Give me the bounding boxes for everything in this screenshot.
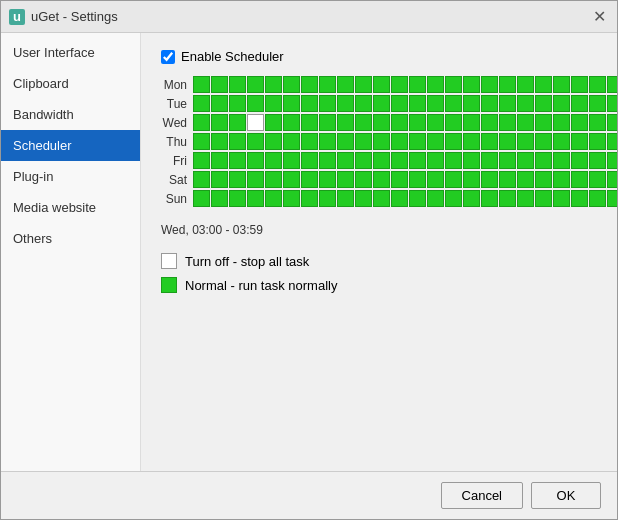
cell[interactable] (463, 133, 480, 150)
ok-button[interactable]: OK (531, 482, 601, 509)
cell[interactable] (229, 95, 246, 112)
cell[interactable] (265, 114, 282, 131)
cell[interactable] (265, 171, 282, 188)
cell[interactable] (337, 114, 354, 131)
cell[interactable] (283, 133, 300, 150)
cell[interactable] (517, 171, 534, 188)
cell[interactable] (499, 152, 516, 169)
cell[interactable] (283, 152, 300, 169)
cell[interactable] (463, 152, 480, 169)
cell[interactable] (265, 133, 282, 150)
cell[interactable] (409, 95, 426, 112)
cell[interactable] (553, 152, 570, 169)
cell[interactable] (445, 152, 462, 169)
sidebar-item-scheduler[interactable]: Scheduler (1, 130, 140, 161)
cell[interactable] (319, 171, 336, 188)
cell[interactable] (517, 114, 534, 131)
cell[interactable] (193, 133, 210, 150)
cell[interactable] (373, 95, 390, 112)
cell[interactable] (535, 190, 552, 207)
cell[interactable] (229, 152, 246, 169)
cell[interactable] (337, 190, 354, 207)
cell[interactable] (301, 76, 318, 93)
cell[interactable] (589, 95, 606, 112)
cell[interactable] (211, 114, 228, 131)
cell[interactable] (337, 95, 354, 112)
cell[interactable] (301, 95, 318, 112)
cell[interactable] (445, 171, 462, 188)
cell[interactable] (355, 190, 372, 207)
cell[interactable] (409, 190, 426, 207)
cell[interactable] (301, 114, 318, 131)
cell[interactable] (481, 152, 498, 169)
cell[interactable] (607, 152, 617, 169)
cell[interactable] (571, 114, 588, 131)
cell[interactable] (265, 152, 282, 169)
cell[interactable] (229, 76, 246, 93)
cell[interactable] (463, 76, 480, 93)
cell[interactable] (499, 171, 516, 188)
cell[interactable] (301, 171, 318, 188)
cell[interactable] (355, 114, 372, 131)
cell[interactable] (463, 171, 480, 188)
cell[interactable] (427, 152, 444, 169)
cell[interactable] (193, 95, 210, 112)
cell[interactable] (283, 95, 300, 112)
cell[interactable] (211, 95, 228, 112)
cell[interactable] (499, 95, 516, 112)
cell[interactable] (229, 114, 246, 131)
cell[interactable] (247, 152, 264, 169)
cell[interactable] (265, 190, 282, 207)
cell[interactable] (607, 95, 617, 112)
cell[interactable] (247, 190, 264, 207)
sidebar-item-media-website[interactable]: Media website (1, 192, 140, 223)
cell[interactable] (427, 171, 444, 188)
cell[interactable] (427, 133, 444, 150)
cell[interactable] (373, 133, 390, 150)
cell[interactable] (607, 114, 617, 131)
cell[interactable] (193, 190, 210, 207)
cell[interactable] (463, 114, 480, 131)
cell[interactable] (445, 95, 462, 112)
cell[interactable] (247, 114, 264, 131)
cell[interactable] (247, 171, 264, 188)
cell[interactable] (571, 190, 588, 207)
cell[interactable] (463, 95, 480, 112)
cell[interactable] (427, 95, 444, 112)
cell[interactable] (553, 76, 570, 93)
cell[interactable] (535, 133, 552, 150)
cell[interactable] (391, 95, 408, 112)
cell[interactable] (391, 152, 408, 169)
cell[interactable] (607, 76, 617, 93)
cell[interactable] (247, 95, 264, 112)
cell[interactable] (535, 114, 552, 131)
cell[interactable] (355, 76, 372, 93)
cell[interactable] (517, 133, 534, 150)
sidebar-item-clipboard[interactable]: Clipboard (1, 68, 140, 99)
cell[interactable] (589, 190, 606, 207)
cell[interactable] (319, 152, 336, 169)
cell[interactable] (229, 190, 246, 207)
cell[interactable] (517, 152, 534, 169)
cell[interactable] (553, 190, 570, 207)
cell[interactable] (427, 190, 444, 207)
cell[interactable] (553, 114, 570, 131)
sidebar-item-others[interactable]: Others (1, 223, 140, 254)
cell[interactable] (589, 171, 606, 188)
sidebar-item-bandwidth[interactable]: Bandwidth (1, 99, 140, 130)
cell[interactable] (265, 95, 282, 112)
cell[interactable] (409, 133, 426, 150)
cell[interactable] (427, 76, 444, 93)
cell[interactable] (535, 76, 552, 93)
cell[interactable] (319, 95, 336, 112)
cell[interactable] (391, 133, 408, 150)
cell[interactable] (517, 76, 534, 93)
cell[interactable] (373, 76, 390, 93)
cell[interactable] (427, 114, 444, 131)
cell[interactable] (211, 190, 228, 207)
cell[interactable] (571, 133, 588, 150)
cell[interactable] (481, 95, 498, 112)
cell[interactable] (445, 114, 462, 131)
cell[interactable] (589, 133, 606, 150)
cell[interactable] (409, 76, 426, 93)
